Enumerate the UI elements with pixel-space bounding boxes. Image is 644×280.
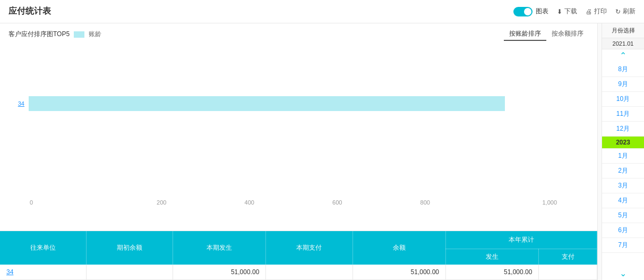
print-button[interactable]: 🖨 打印 (586, 7, 607, 16)
table-section: 往来单位 期初余额 本期发生 本期支付 余额 本年累计 发生 支付 (0, 231, 597, 280)
bar-fill (29, 96, 505, 111)
header-actions: 图表 ⬇ 下载 🖨 打印 ↻ 刷新 (513, 7, 636, 16)
x-axis: 0 200 400 600 800 1,000 (8, 199, 589, 206)
refresh-label: 刷新 (623, 7, 636, 16)
month-item[interactable]: 7月 (602, 238, 644, 253)
refresh-button[interactable]: ↻ 刷新 (615, 7, 636, 16)
sidebar-header-label: 月份选择 (602, 23, 644, 38)
download-icon: ⬇ (557, 8, 562, 15)
table-header-row: 往来单位 期初余额 本期发生 本期支付 余额 本年累计 (0, 231, 597, 249)
x-tick-0: 0 (30, 199, 118, 206)
scroll-up-button[interactable]: ⌃ (602, 49, 644, 62)
x-tick-800: 800 (381, 199, 469, 206)
x-tick-400: 400 (205, 199, 294, 206)
month-item[interactable]: 12月 (602, 122, 644, 137)
chevron-down-icon: ⌄ (620, 269, 626, 278)
page-title: 应付统计表 (8, 6, 51, 17)
month-item[interactable]: 5月 (602, 208, 644, 223)
cell-ytd-payment (539, 265, 597, 280)
month-item[interactable]: 1月 (602, 149, 644, 164)
month-item[interactable]: 2月 (602, 164, 644, 179)
col-opening-header: 期初余额 (86, 231, 173, 265)
x-tick-200: 200 (118, 199, 206, 206)
legend-color-box (74, 31, 84, 38)
sidebar-months: 8月9月10月11月12月20231月2月3月4月5月6月7月 (602, 62, 644, 267)
month-item[interactable]: 10月 (602, 92, 644, 107)
month-item[interactable]: 2023 (602, 137, 644, 149)
print-icon: 🖨 (586, 8, 592, 15)
chart-legend: 客户应付排序图TOP5 账龄 (8, 30, 101, 39)
refresh-icon: ↻ (615, 8, 621, 15)
cell-ytd-amount: 51,000.00 (445, 265, 538, 280)
print-label: 打印 (594, 7, 607, 16)
col-current-payment-header: 本期支付 (266, 231, 353, 265)
col-current-amount-header: 本期发生 (173, 231, 265, 265)
legend-main-label: 客户应付排序图TOP5 (8, 30, 70, 39)
download-label: 下载 (564, 7, 577, 16)
month-item[interactable]: 11月 (602, 107, 644, 122)
cell-unit: 34 (0, 265, 86, 280)
cell-current-payment (266, 265, 353, 280)
col-ytd-group-header: 本年累计 (445, 231, 597, 249)
legend-color-label: 账龄 (89, 30, 101, 39)
chart-header: 客户应付排序图TOP5 账龄 按账龄排序 按余额排序 (0, 23, 597, 45)
chart-toggle-group[interactable]: 图表 (513, 7, 548, 16)
bar-container: 856天 (29, 96, 589, 111)
chevron-up-icon: ⌃ (620, 52, 626, 60)
scroll-down-button[interactable]: ⌄ (602, 267, 644, 280)
sidebar-year-input[interactable]: 2021.01 (602, 38, 644, 49)
unit-link[interactable]: 34 (6, 268, 13, 276)
bar-chart: 34 856天 0 200 400 600 800 (0, 45, 597, 231)
col-unit-header: 往来单位 (0, 231, 86, 265)
table-body: 34 51,000.00 51,000.00 51,000.00 (0, 265, 597, 280)
x-tick-1000: 1,000 (469, 199, 557, 206)
month-item[interactable]: 3月 (602, 179, 644, 193)
download-button[interactable]: ⬇ 下载 (557, 7, 577, 16)
chart-toggle-label: 图表 (536, 7, 548, 16)
col-ytd-amount-header: 发生 (445, 249, 538, 265)
sort-buttons: 按账龄排序 按余额排序 (504, 28, 589, 41)
table-wrapper: 往来单位 期初余额 本期发生 本期支付 余额 本年累计 发生 支付 (0, 231, 597, 280)
month-item[interactable]: 8月 (602, 62, 644, 77)
table-row: 34 51,000.00 51,000.00 51,000.00 (0, 265, 597, 280)
sort-by-age-button[interactable]: 按账龄排序 (504, 28, 546, 41)
data-table: 往来单位 期初余额 本期发生 本期支付 余额 本年累计 发生 支付 (0, 231, 597, 280)
col-balance-header: 余额 (353, 231, 445, 265)
month-item[interactable]: 6月 (602, 223, 644, 238)
x-tick-600: 600 (294, 199, 382, 206)
month-item[interactable]: 9月 (602, 77, 644, 92)
sort-by-balance-button[interactable]: 按余额排序 (546, 28, 589, 41)
chart-toggle-switch[interactable] (513, 7, 533, 16)
cell-opening (86, 265, 173, 280)
cell-current-amount: 51,000.00 (173, 265, 265, 280)
col-ytd-payment-header: 支付 (539, 249, 597, 265)
sidebar: 月份选择 2021.01 ⌃ 8月9月10月11月12月20231月2月3月4月… (602, 23, 644, 280)
bar-row-label[interactable]: 34 (8, 100, 24, 107)
chart-bar-row: 34 856天 (8, 93, 589, 114)
month-item[interactable]: 4月 (602, 193, 644, 208)
sidebar-divider (597, 23, 602, 280)
cell-balance: 51,000.00 (353, 265, 445, 280)
